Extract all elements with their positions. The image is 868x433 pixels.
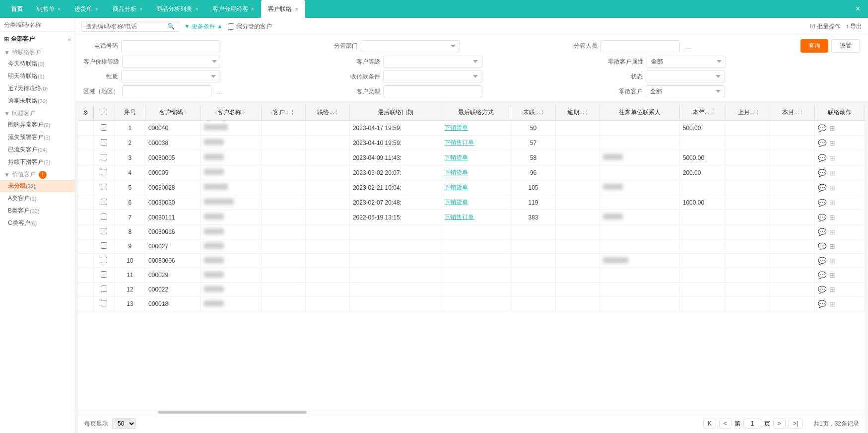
tab-purchase-close[interactable]: × [95,6,98,12]
row-actions[interactable]: 💬 ⊞ [814,150,865,165]
filter-select-retail-customer[interactable]: 全部 [646,85,725,97]
col-partner-contact[interactable]: 往来单位联系人 [600,105,679,121]
my-customers-checkbox-container[interactable]: 我分管的客户 [228,22,272,31]
more-actions-icon[interactable]: ⊞ [829,199,835,207]
tab-sales[interactable]: 销售单 × [30,0,67,18]
more-actions-icon[interactable]: ⊞ [829,169,835,177]
row-actions[interactable]: 💬 ⊞ [814,136,865,150]
contact-icon[interactable]: 💬 [818,139,826,147]
sidebar-item-tomorrow[interactable]: 明天待联络 (1) [0,70,75,82]
search-input[interactable] [86,23,165,30]
row-last-method[interactable] [441,239,511,254]
sidebar-item-declining[interactable]: 持续下滑客户 (2) [0,156,75,168]
collapse-icon[interactable]: « [68,36,71,42]
sidebar-item-hoarding[interactable]: 囤购异常客户 (2) [0,119,75,131]
col-uncontacted[interactable]: 未联... : [511,105,555,121]
sidebar-item-churn-warning[interactable]: 流失预警客户 (3) [0,131,75,144]
horizontal-scrollbar-thumb[interactable] [158,411,307,414]
filter-select-customer-level[interactable] [383,56,482,68]
row-last-method[interactable]: 下销货单 [441,121,511,136]
row-actions[interactable]: 💬 ⊞ [814,165,865,180]
tab-customer-contact-close[interactable]: × [295,6,298,12]
manager-more-btn[interactable]: … [683,42,694,50]
contact-icon[interactable]: 💬 [818,228,826,236]
tab-product-analysis-list[interactable]: 商品分析列表 × [149,0,205,18]
row-checkbox[interactable] [93,195,115,210]
row-checkbox[interactable] [93,283,115,297]
search-icon[interactable]: 🔍 [167,23,175,30]
row-actions[interactable]: 💬 ⊞ [814,254,865,268]
sidebar-item-ungroup[interactable]: 未分组 (32) [0,180,75,192]
more-actions-icon[interactable]: ⊞ [829,286,835,293]
page-input[interactable] [743,419,761,429]
more-actions-icon[interactable]: ⊞ [829,257,835,265]
more-actions-icon[interactable]: ⊞ [829,214,835,221]
col-name[interactable]: 客户名称 : [201,105,261,121]
row-checkbox[interactable] [93,254,115,268]
col-checkbox[interactable] [93,105,115,121]
row-actions[interactable]: 💬 ⊞ [814,239,865,254]
row-checkbox[interactable] [93,239,115,254]
row-checkbox[interactable] [93,136,115,150]
contact-icon[interactable]: 💬 [818,257,826,265]
contact-icon[interactable]: 💬 [818,214,826,221]
contact-icon[interactable]: 💬 [818,184,826,192]
row-actions[interactable]: 💬 ⊞ [814,283,865,297]
filter-input-phone[interactable] [121,40,220,52]
sidebar-item-7days[interactable]: 近7天待联络 (0) [0,82,75,95]
tab-purchase[interactable]: 进货单 × [67,0,105,18]
more-actions-icon[interactable]: ⊞ [829,228,835,236]
contact-icon[interactable]: 💬 [818,286,826,293]
close-all-button[interactable]: × [852,4,864,13]
more-conditions-button[interactable]: ▼ 更多条件 ▲ [184,22,223,31]
first-page-button[interactable]: K [703,419,716,429]
tab-home[interactable]: 首页 [4,0,30,18]
contact-icon[interactable]: 💬 [818,124,826,132]
row-last-method[interactable]: 下销货单 [441,180,511,195]
more-actions-icon[interactable]: ⊞ [829,184,835,192]
contact-icon[interactable]: 💬 [818,242,826,250]
col-code[interactable]: 客户编码 : [145,105,201,121]
row-actions[interactable]: 💬 ⊞ [814,121,865,136]
contact-icon[interactable]: 💬 [818,169,826,177]
row-checkbox[interactable] [93,150,115,165]
tab-sales-close[interactable]: × [58,6,61,12]
sidebar-item-class-b[interactable]: B类客户 (33) [0,205,75,217]
col-settings[interactable]: ⚙ [78,105,93,121]
group-value[interactable]: ▼ 价值客户 ! [0,168,75,180]
row-checkbox[interactable] [93,121,115,136]
batch-ops-button[interactable]: ☑ 批量操作 [810,22,841,31]
col-contact[interactable]: 联络... : [305,105,349,121]
group-pending-contact[interactable]: ▼ 待联络客户 [0,46,75,58]
filter-select-nature[interactable] [121,71,220,82]
row-last-method[interactable] [441,297,511,311]
filter-select-price-level[interactable] [122,56,221,68]
row-last-method[interactable] [441,254,511,268]
tab-customer-contact[interactable]: 客户联络 × [261,0,305,18]
tab-customer-segment[interactable]: 客户分层经客 × [205,0,261,18]
filter-select-status[interactable] [646,71,725,82]
export-button[interactable]: ↑ 导出 [846,22,862,31]
row-checkbox[interactable] [93,225,115,239]
row-actions[interactable]: 💬 ⊞ [814,210,865,225]
my-customers-checkbox[interactable] [228,23,234,30]
contact-icon[interactable]: 💬 [818,199,826,207]
col-last-month[interactable]: 上月... : [726,105,770,121]
row-checkbox[interactable] [93,210,115,225]
row-last-method[interactable] [441,225,511,239]
row-actions[interactable]: 💬 ⊞ [814,225,865,239]
filter-input-manager[interactable] [601,40,680,52]
prev-page-button[interactable]: < [719,419,732,429]
filter-select-dept[interactable] [361,40,460,52]
query-button[interactable]: 查询 [801,39,828,53]
sidebar-search-input[interactable] [4,21,75,28]
filter-select-retail-attr[interactable]: 全部 [647,56,726,68]
row-checkbox[interactable] [93,297,115,311]
next-page-button[interactable]: > [773,419,786,429]
filter-input-customer-type[interactable] [383,85,482,97]
row-actions[interactable]: 💬 ⊞ [814,195,865,210]
tab-product-analysis-close[interactable]: × [139,6,142,12]
filter-input-region[interactable] [122,85,211,97]
select-all-checkbox[interactable] [101,109,107,115]
row-last-method[interactable] [441,283,511,297]
